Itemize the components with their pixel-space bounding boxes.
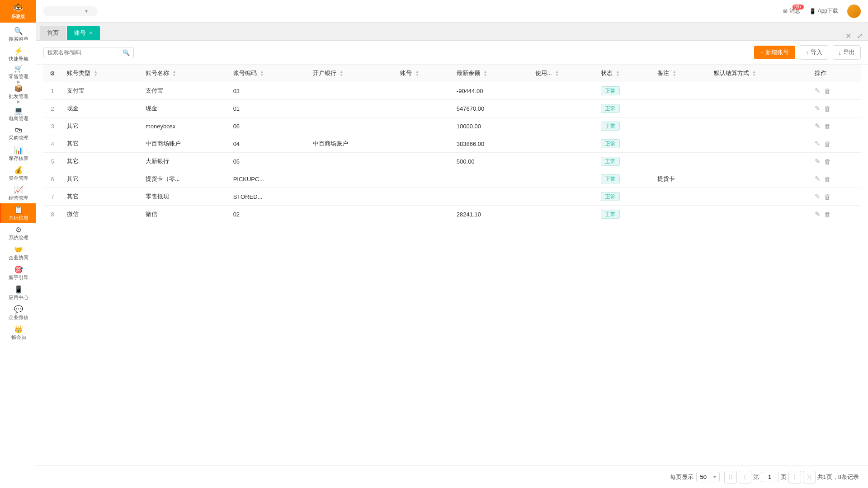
col-status[interactable]: 状态 ▲▼ — [595, 65, 652, 82]
row-actions-1: ✎ 🗑 — [809, 100, 861, 117]
sidebar-item-ecom-mgmt[interactable]: 💻 电商管理 — [0, 104, 36, 124]
col-name[interactable]: 账号名称 ▲▼ — [140, 65, 228, 82]
status-badge-7: 正常 — [601, 210, 620, 219]
col-note[interactable]: 备注 ▲▼ — [652, 65, 708, 82]
sidebar-item-sys-mgmt[interactable]: ⚙ 系统管理 — [0, 223, 36, 243]
row-account-3 — [395, 135, 451, 153]
row-bank-7 — [307, 206, 395, 223]
page-input[interactable] — [761, 472, 779, 482]
sidebar-item-purchase-mgmt[interactable]: 🛍 采购管理 — [0, 124, 36, 144]
edit-icon-1[interactable]: ✎ — [815, 104, 821, 113]
sidebar-label-sys-mgmt: 系统管理 — [9, 235, 28, 241]
row-num-7: 8 — [43, 206, 61, 223]
dropdown-arrow-icon[interactable]: ▾ — [85, 8, 88, 14]
sidebar-item-new-guide[interactable]: 🎯 新手引导 — [0, 263, 36, 283]
delete-icon-6[interactable]: 🗑 — [824, 193, 831, 201]
sidebar-label-app-center: 应用中心 — [9, 295, 28, 300]
row-name-6: 零售抵现 — [140, 188, 228, 206]
col-account[interactable]: 账号 ▲▼ — [395, 65, 451, 82]
delete-icon-7[interactable]: 🗑 — [824, 211, 831, 218]
row-actions-7: ✎ 🗑 — [809, 206, 861, 223]
sidebar-item-app-center[interactable]: 📱 应用中心 — [0, 283, 36, 303]
delete-icon-1[interactable]: 🗑 — [824, 105, 831, 113]
row-usage-3 — [530, 135, 595, 153]
col-code[interactable]: 账号编码 ▲▼ — [228, 65, 307, 82]
sidebar-item-search-menu[interactable]: 🔍 搜索菜单 — [0, 24, 36, 44]
edit-icon-7[interactable]: ✎ — [815, 210, 821, 218]
delete-icon-0[interactable]: 🗑 — [824, 87, 831, 95]
sidebar-icon-search-menu: 🔍 — [14, 27, 23, 35]
import-button[interactable]: ↑ 导入 — [800, 45, 828, 60]
sidebar-item-wholesale-mgmt[interactable]: 📦 批发管理 ▶ — [0, 84, 36, 104]
col-type[interactable]: 账号类型 ▲▼ — [61, 65, 140, 82]
edit-icon-5[interactable]: ✎ — [815, 175, 821, 183]
col-bank[interactable]: 开户银行 ▲▼ — [307, 65, 395, 82]
page-size-select[interactable]: 50 100 200 — [696, 472, 720, 482]
export-button[interactable]: ↓ 导出 — [833, 45, 861, 60]
table-header: ⚙ 账号类型 ▲▼ 账号名称 ▲▼ 账号编码 ▲▼ 开户银行 ▲▼ 账号 ▲▼ … — [43, 65, 861, 82]
sidebar-label-member: 畅会员 — [11, 334, 26, 340]
sidebar-icon-member: 👑 — [14, 325, 23, 333]
tab-home[interactable]: 首页 — [40, 26, 66, 40]
sidebar-item-enterprise-wechat[interactable]: 💬 企业微信 — [0, 303, 36, 323]
sidebar-icon-basic-info: 📋 — [14, 206, 23, 214]
row-account-6 — [395, 188, 451, 206]
col-default-payment[interactable]: 默认结算方式 ▲▼ — [708, 65, 809, 82]
row-name-7: 微信 — [140, 206, 228, 223]
sidebar-item-quick-nav[interactable]: ⚡ 快捷导航 — [0, 44, 36, 64]
sidebar-item-finance-mgmt[interactable]: 💰 资金管理 — [0, 164, 36, 183]
sidebar-label-purchase-mgmt: 采购管理 — [9, 135, 28, 141]
tab-accounts[interactable]: 账号✕ — [67, 26, 100, 40]
row-account-7 — [395, 206, 451, 223]
search-icon[interactable]: 🔍 — [123, 49, 130, 56]
top-search-input[interactable] — [49, 8, 85, 14]
expand-icon: ▶ — [17, 80, 20, 84]
sidebar-item-enterprise-agmt[interactable]: 🤝 企业协同 — [0, 243, 36, 263]
sidebar-item-basic-info[interactable]: 📋 基础信息 — [0, 203, 36, 223]
add-account-button[interactable]: + 新增账号 — [754, 46, 795, 59]
last-page-button[interactable]: ⟩⟩ — [803, 471, 816, 483]
row-default-payment-2 — [708, 117, 809, 135]
first-page-button[interactable]: ⟨⟨ — [724, 471, 737, 483]
sidebar-item-retail-mgmt[interactable]: 🛒 零售管理 ▶ — [0, 64, 36, 84]
header-right: ✉ 消息 99+ 📱 App下载 — [783, 5, 861, 18]
sidebar-item-member[interactable]: 👑 畅会员 — [0, 323, 36, 343]
row-status-3: 正常 — [595, 135, 652, 153]
edit-icon-3[interactable]: ✎ — [815, 140, 821, 148]
row-type-0: 支付宝 — [61, 82, 140, 100]
sidebar-label-enterprise-wechat: 企业微信 — [9, 314, 28, 320]
row-bank-4 — [307, 153, 395, 170]
content-area: 🔍 + 新增账号 ↑ 导入 ↓ 导出 ⚙ — [36, 41, 868, 488]
maximize-tab-button[interactable]: ⤢ — [855, 32, 864, 40]
edit-icon-4[interactable]: ✎ — [815, 157, 821, 165]
app-download-button[interactable]: 📱 App下载 — [809, 7, 838, 15]
delete-icon-2[interactable]: 🗑 — [824, 122, 831, 130]
edit-icon-0[interactable]: ✎ — [815, 87, 821, 95]
sidebar-item-inventory-calc[interactable]: 📊 库存核算 — [0, 144, 36, 164]
sidebar-item-ops-mgmt[interactable]: 📈 经营管理 — [0, 183, 36, 203]
row-code-7: 02 — [228, 206, 307, 223]
col-settings[interactable]: ⚙ — [43, 65, 61, 82]
tab-label-accounts: 账号 — [74, 29, 86, 37]
prev-page-button[interactable]: ⟨ — [739, 471, 751, 483]
user-avatar[interactable] — [847, 5, 861, 18]
page-label: 第 — [753, 473, 759, 481]
row-note-5: 提货卡 — [652, 170, 708, 188]
col-balance[interactable]: 最新余额 ▲▼ — [451, 65, 530, 82]
delete-icon-3[interactable]: 🗑 — [824, 140, 831, 148]
edit-icon-2[interactable]: ✎ — [815, 122, 821, 130]
tab-close-accounts[interactable]: ✕ — [89, 30, 93, 36]
table-row: 5 其它 大新银行 05 500.00 正常 ✎ 🗑 — [43, 153, 861, 170]
row-code-1: 01 — [228, 100, 307, 117]
next-page-button[interactable]: ⟩ — [788, 471, 801, 483]
message-button[interactable]: ✉ 消息 99+ — [783, 7, 800, 15]
top-search-box[interactable]: ▾ — [43, 6, 98, 16]
delete-icon-4[interactable]: 🗑 — [824, 158, 831, 165]
search-input[interactable] — [47, 49, 121, 56]
row-num-6: 7 — [43, 188, 61, 206]
delete-icon-5[interactable]: 🗑 — [824, 175, 831, 183]
search-box[interactable]: 🔍 — [43, 47, 134, 58]
col-usage[interactable]: 使用... ▲▼ — [530, 65, 595, 82]
close-tab-button[interactable]: ✕ — [844, 32, 853, 40]
edit-icon-6[interactable]: ✎ — [815, 192, 821, 201]
